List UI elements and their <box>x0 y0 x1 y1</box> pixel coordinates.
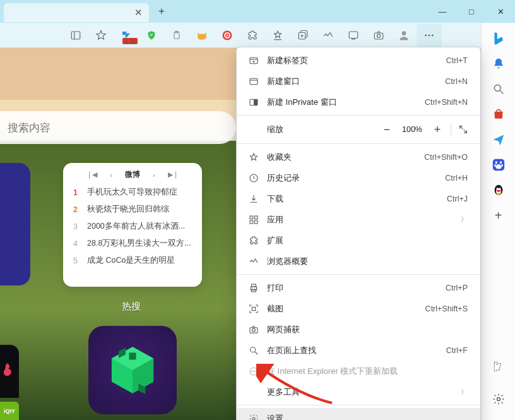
flag-icon[interactable]: 1.30 <box>114 24 139 47</box>
svg-rect-12 <box>349 32 358 39</box>
bing-chat-icon[interactable] <box>487 27 511 51</box>
menu-more-tools[interactable]: 更多工具 〉 <box>237 381 480 402</box>
chevron-right-icon: 〉 <box>461 215 468 224</box>
weibo-list-item[interactable]: 32000多年前古人就有冰酒... <box>63 218 202 235</box>
collections-icon[interactable] <box>290 24 316 47</box>
right-sidebar: + <box>481 23 515 420</box>
favorites-icon <box>247 152 261 162</box>
hot-search-label: 热搜 <box>122 301 141 313</box>
menu-web-capture[interactable]: 网页捕获 <box>237 319 480 340</box>
svg-point-7 <box>227 34 228 36</box>
weibo-list-item[interactable]: 5成龙 CoCo是天生的明星 <box>63 252 202 269</box>
favorites-star-icon[interactable] <box>88 24 114 47</box>
clipboard-icon[interactable] <box>164 24 189 47</box>
svg-point-47 <box>252 417 255 420</box>
menu-print[interactable]: 打印 Ctrl+P <box>237 277 480 298</box>
paper-plane-icon[interactable] <box>487 128 511 152</box>
weibo-last-icon[interactable]: ▶❘ <box>168 171 179 179</box>
camera-icon[interactable] <box>366 24 391 47</box>
chevron-right-icon: 〉 <box>461 387 468 397</box>
svg-point-14 <box>377 34 380 37</box>
print-icon <box>247 283 261 293</box>
menu-settings[interactable]: 设置 <box>237 408 480 420</box>
menu-new-inprivate[interactable]: 新建 InPrivate 窗口 Ctrl+Shift+N <box>237 92 480 112</box>
sidebar-translate-icon[interactable] <box>487 354 511 378</box>
card-stub-left <box>0 163 30 285</box>
target-icon[interactable] <box>215 24 240 47</box>
weibo-list-item[interactable]: 2秋瓷炫于晓光回归韩综 <box>63 201 202 218</box>
cat-icon[interactable] <box>189 24 215 47</box>
page-search-box[interactable]: 搜索内容 <box>0 111 236 144</box>
settings-and-more-menu: 新建标签页 Ctrl+T 新建窗口 Ctrl+N 新建 InPrivate 窗口… <box>236 47 481 420</box>
minimize-button[interactable]: — <box>428 0 457 23</box>
svg-point-17 <box>429 34 430 36</box>
profile-icon[interactable] <box>391 24 417 47</box>
menu-screenshot[interactable]: 截图 Ctrl+Shift+S <box>237 298 480 319</box>
menu-new-window[interactable]: 新建窗口 Ctrl+N <box>237 71 480 92</box>
bell-icon[interactable] <box>487 52 511 76</box>
weibo-header: ❘◀ ‹ 微博 › ▶❘ <box>63 169 202 180</box>
menu-downloads[interactable]: 下载 Ctrl+J <box>237 188 480 209</box>
qq-penguin-icon[interactable] <box>487 178 511 202</box>
svg-rect-41 <box>252 307 255 310</box>
ie-icon <box>247 366 261 376</box>
svg-point-43 <box>252 328 256 332</box>
svg-rect-22 <box>129 352 136 359</box>
browser-tab[interactable]: ✕ <box>4 3 149 22</box>
svg-point-60 <box>499 188 500 189</box>
tile-iqiyi-stub[interactable]: iQIY <box>0 402 19 420</box>
weibo-list-item[interactable]: 1手机玩太久可导致抑郁症 <box>63 184 202 201</box>
zoom-in-button[interactable]: + <box>427 121 448 138</box>
sidebar-toggle-icon[interactable] <box>63 24 88 47</box>
shopping-bag-icon[interactable] <box>487 102 511 126</box>
fullscreen-button[interactable] <box>454 124 473 135</box>
menu-extensions[interactable]: 扩展 <box>237 230 480 251</box>
new-tab-button[interactable]: + <box>153 3 170 20</box>
svg-point-56 <box>501 164 503 167</box>
tile-dark-stub[interactable] <box>0 345 19 398</box>
screenshot-icon <box>247 304 261 314</box>
performance-icon[interactable] <box>316 24 341 47</box>
weibo-next-icon[interactable]: › <box>153 171 155 179</box>
maximize-button[interactable]: □ <box>457 0 486 23</box>
svg-rect-0 <box>71 32 80 39</box>
svg-point-18 <box>432 34 434 36</box>
svg-point-61 <box>496 193 500 195</box>
favorites-list-icon[interactable] <box>265 24 290 47</box>
window-controls: — □ ✕ <box>428 0 515 23</box>
weibo-card: ❘◀ ‹ 微博 › ▶❘ 1手机玩太久可导致抑郁症 2秋瓷炫于晓光回归韩综 32… <box>63 163 202 287</box>
menu-apps[interactable]: 应用 〉 <box>237 209 480 230</box>
zoom-out-button[interactable]: − <box>376 121 398 138</box>
sidebar-add-button[interactable]: + <box>487 203 511 227</box>
svg-point-16 <box>425 34 427 36</box>
new-window-icon <box>247 76 261 87</box>
weibo-first-icon[interactable]: ❘◀ <box>86 171 97 179</box>
title-bar: ✕ + — □ ✕ <box>0 0 515 23</box>
baidu-paw-icon[interactable] <box>487 153 511 177</box>
menu-favorites[interactable]: 收藏夹 Ctrl+Shift+O <box>237 147 480 167</box>
menu-ie-mode-reload: 在 Internet Explorer 模式下重新加载 <box>237 361 480 381</box>
tab-close-icon[interactable]: ✕ <box>134 7 143 18</box>
menu-history[interactable]: 历史记录 Ctrl+H <box>237 167 480 188</box>
menu-find-on-page[interactable]: 在页面上查找 Ctrl+F <box>237 340 480 361</box>
apps-icon <box>247 215 261 225</box>
shield-icon[interactable] <box>139 24 164 47</box>
weibo-prev-icon[interactable]: ‹ <box>110 171 112 179</box>
menu-separator <box>237 405 480 405</box>
weibo-list-item[interactable]: 428.8万彩礼男生读大一双方... <box>63 235 202 252</box>
settings-and-more-button[interactable] <box>417 24 442 47</box>
extensions-icon[interactable] <box>240 24 265 47</box>
menu-new-tab[interactable]: 新建标签页 Ctrl+T <box>237 50 480 71</box>
menu-browser-essentials[interactable]: 浏览器概要 <box>237 251 480 272</box>
tile-cube[interactable] <box>88 326 177 414</box>
search-side-icon[interactable] <box>487 77 511 101</box>
screenshot-toolbar-icon[interactable] <box>341 24 366 47</box>
weibo-title: 微博 <box>125 169 140 180</box>
svg-rect-34 <box>250 216 253 219</box>
toolbar: 1.30 <box>0 23 515 48</box>
find-icon <box>247 345 261 356</box>
menu-zoom-row: 缩放 − 100% + <box>237 118 480 141</box>
sidebar-settings-icon[interactable] <box>487 387 511 411</box>
window-close-button[interactable]: ✕ <box>486 0 515 23</box>
svg-rect-32 <box>254 99 258 105</box>
